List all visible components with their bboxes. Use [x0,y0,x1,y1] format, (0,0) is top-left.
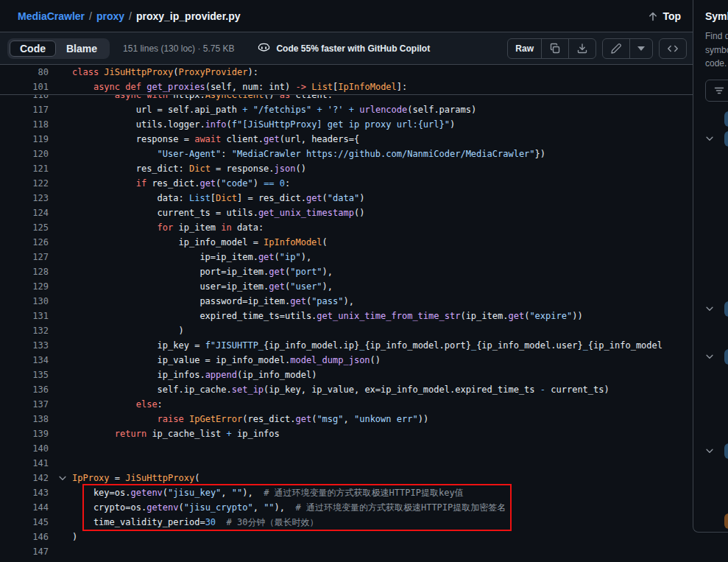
code-text: if res_dict.get("code") == 0: [72,176,693,191]
filter-icon [713,85,725,96]
line-number[interactable]: 121 [0,161,53,176]
symbol-list-item[interactable] [693,513,728,529]
download-raw-button[interactable] [568,39,596,58]
code-line: 121 res_dict: Dict = response.json() [0,161,693,176]
gutter [53,323,72,338]
code-text: expired_time_ts=utils.get_unix_time_from… [72,309,693,323]
gutter [53,294,72,309]
symbol-tree-item[interactable] [693,301,728,317]
file-view: MediaCrawler / proxy / proxy_ip_provider… [0,0,693,562]
edit-file-button[interactable] [603,39,629,58]
line-number[interactable]: 128 [0,264,53,279]
symbol-tree-item[interactable] [693,443,728,459]
line-number[interactable]: 80 [0,65,53,80]
line-number[interactable]: 139 [0,426,53,441]
code-text: time_validity_period=30 # 30分钟（最长时效） [72,515,693,530]
copy-raw-button[interactable] [541,39,568,58]
tab-blame[interactable]: Blame [56,41,107,57]
edit-dropdown-button[interactable] [629,39,652,58]
chevron-down-icon[interactable] [704,446,715,456]
code-line: 147 [0,544,693,559]
code-symbol-icon [667,43,679,55]
line-number[interactable]: 123 [0,191,53,206]
line-number[interactable]: 142 [0,471,53,485]
gutter [53,176,72,191]
gutter [53,191,72,206]
code-text: password=ip_item.get("pass"), [72,294,693,309]
tab-code[interactable]: Code [10,41,56,57]
line-number[interactable]: 143 [0,485,53,500]
line-number[interactable]: 137 [0,397,53,412]
code-text: url = self.api_path + "/fetchips" + '?' … [72,102,693,117]
code-line: 118 utils.logger.info(f"[JiSuHttpProxy] … [0,117,693,132]
raw-copy-download-group: Raw [507,38,596,59]
breadcrumb-repo-link[interactable]: MediaCrawler [18,10,85,22]
line-number[interactable]: 130 [0,294,53,309]
gutter [53,338,72,353]
line-number[interactable]: 141 [0,456,53,471]
line-number[interactable]: 147 [0,544,53,559]
sticky-context-lines: 80class JiSuHttpProxy(ProxyProvider):101… [0,65,693,95]
filter-symbols-input[interactable] [705,80,728,102]
symbol-list-item[interactable] [693,110,728,127]
caret-down-icon [637,46,645,51]
line-number[interactable]: 126 [0,235,53,250]
line-number[interactable]: 144 [0,500,53,515]
line-number[interactable]: 101 [0,80,53,94]
collapse-chevron-icon[interactable] [53,471,72,485]
symbol-kind-icon [724,349,728,365]
line-number[interactable]: 119 [0,132,53,147]
line-number[interactable]: 145 [0,515,53,530]
line-number[interactable]: 127 [0,250,53,264]
breadcrumb-filename: proxy_ip_provider.py [136,10,241,22]
chevron-down-icon[interactable] [704,303,715,314]
line-number[interactable]: 124 [0,206,53,220]
line-number[interactable]: 136 [0,382,53,397]
code-text: self.ip_cache.set_ip(ip_key, ip_value, e… [72,382,693,397]
line-number[interactable]: 135 [0,368,53,382]
line-number[interactable]: 140 [0,441,53,456]
arrow-up-icon [647,10,659,22]
code-line: 144 crypto=os.getenv("jisu_crypto", ""),… [0,500,693,515]
code-line: 145 time_validity_period=30 # 30分钟（最长时效） [0,515,693,530]
code-text: ip=ip_item.get("ip"), [72,250,693,264]
line-number[interactable]: 134 [0,353,53,368]
line-number[interactable]: 129 [0,279,53,294]
code-blame-switch: Code Blame [7,38,110,59]
gutter [53,235,72,250]
gutter [53,250,72,264]
code-line: 131 expired_time_ts=utils.get_unix_time_… [0,309,693,323]
code-lines: 116 async with httpx.AsyncClient() as cl… [0,88,693,559]
raw-button[interactable]: Raw [508,39,541,58]
code-line: 137 else: [0,397,693,412]
line-number[interactable]: 131 [0,309,53,323]
gutter [53,147,72,161]
breadcrumb-dir-link[interactable]: proxy [96,10,124,22]
symbols-pane-toggle-button[interactable] [659,38,687,59]
back-to-top-button[interactable]: Top [647,10,681,22]
gutter [53,264,72,279]
line-number[interactable]: 133 [0,338,53,353]
code-text: ip_infos.append(ip_info_model) [72,368,693,382]
chevron-down-icon[interactable] [704,351,715,362]
chevron-down-icon[interactable] [704,133,715,144]
line-number[interactable]: 138 [0,412,53,426]
code-line: 133 ip_key = f"JISUHTTP_{ip_info_model.i… [0,338,693,353]
line-number[interactable]: 117 [0,102,53,117]
edit-group [602,38,653,59]
code-text: else: [72,397,693,412]
code-text: "User-Agent": "MediaCrawler https://gith… [72,147,693,161]
symbol-tree-item[interactable] [693,348,728,365]
line-number[interactable]: 120 [0,147,53,161]
symbol-kind-icon [724,513,728,529]
code-line: 143 key=os.getenv("jisu_key", ""), # 通过环… [0,485,693,500]
symbol-kind-icon [724,131,728,147]
line-number[interactable]: 118 [0,117,53,132]
symbol-tree-item[interactable] [693,130,728,147]
line-number[interactable]: 132 [0,323,53,338]
code-line: 142IpProxy = JiSuHttpProxy( [0,471,693,485]
line-number[interactable]: 146 [0,530,53,544]
line-number[interactable]: 125 [0,220,53,235]
code-line: 120 "User-Agent": "MediaCrawler https://… [0,147,693,161]
line-number[interactable]: 122 [0,176,53,191]
